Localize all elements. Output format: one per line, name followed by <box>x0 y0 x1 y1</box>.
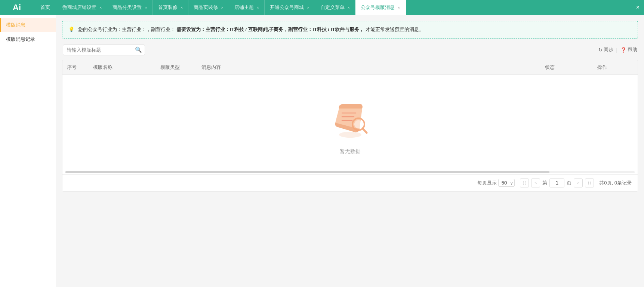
help-icon: ❓ <box>620 47 626 53</box>
total-info: 共0页, 0条记录 <box>599 180 632 186</box>
search-bar: 🔍 ↻ 同步 | ❓ 帮助 <box>62 45 638 55</box>
page-size-value: 50 <box>502 180 507 186</box>
nav-tab-7[interactable]: 自定义菜单× <box>315 0 355 15</box>
global-close-button[interactable]: × <box>636 4 640 11</box>
empty-text: 暂无数据 <box>340 148 361 155</box>
nav-tab-close-6[interactable]: × <box>307 5 309 10</box>
last-page-button[interactable]: ⟩⟩ <box>585 178 594 187</box>
page-size-dropdown[interactable]: 50 ∨ <box>498 179 515 187</box>
notice-text1: 您的公众号行业为：主营行业：，副营行业： <box>78 27 175 32</box>
nav-tab-label-1: 微商城店铺设置 <box>62 4 96 11</box>
table-header: 序号模版名称模版类型消息内容状态操作 <box>62 60 638 75</box>
nav-tab-close-3[interactable]: × <box>181 5 183 10</box>
prev-page-button[interactable]: ＜ <box>531 178 540 187</box>
nav-tab-label-7: 自定义菜单 <box>320 4 345 11</box>
nav-tab-close-2[interactable]: × <box>145 5 147 10</box>
logo: Ai <box>0 0 34 15</box>
notice-text2: 才能正常发送预置的消息。 <box>366 27 424 32</box>
nav-tab-label-8: 公众号模版消息 <box>361 4 395 11</box>
sync-label: 同步 <box>604 46 613 53</box>
nav-tab-close-5[interactable]: × <box>257 5 259 10</box>
search-actions: ↻ 同步 | ❓ 帮助 <box>598 46 637 53</box>
nav-tab-0[interactable]: 首页 <box>34 0 57 15</box>
nav-tabs: 首页微商城店铺设置×商品分类设置×首页装修×商品页装修×店铺主题×开通公众号商城… <box>34 0 644 15</box>
nav-tab-label-3: 首页装修 <box>158 4 178 11</box>
divider: | <box>616 47 617 53</box>
page-size-label: 每页显示 <box>477 180 497 186</box>
sync-button[interactable]: ↻ 同步 <box>598 46 613 53</box>
top-nav: Ai 首页微商城店铺设置×商品分类设置×首页装修×商品页装修×店铺主题×开通公众… <box>0 0 644 15</box>
nav-tab-close-7[interactable]: × <box>348 5 350 10</box>
nav-tab-5[interactable]: 店铺主题× <box>229 0 265 15</box>
nav-tab-8[interactable]: 公众号模版消息× <box>355 0 406 15</box>
nav-tab-4[interactable]: 商品页装修× <box>188 0 229 15</box>
nav-tab-3[interactable]: 首页装修× <box>153 0 188 15</box>
notice-box: 💡 您的公众号行业为：主营行业：，副营行业： 需要设置为：主营行业：IT科技 /… <box>62 21 638 39</box>
sidebar: 模版消息模版消息记录 <box>0 15 56 287</box>
first-page-button[interactable]: ⟨⟨ <box>520 178 529 187</box>
scrollbar-area[interactable] <box>62 170 638 174</box>
search-button[interactable]: 🔍 <box>135 46 142 53</box>
notice-highlight: 需要设置为：主营行业：IT科技 / 互联网|电子商务，副营行业：IT科技 / I… <box>176 27 364 32</box>
nav-tab-label-0: 首页 <box>40 4 50 11</box>
page-number-input[interactable] <box>549 178 564 187</box>
sync-icon: ↻ <box>598 47 603 53</box>
table-header-col-0: 序号 <box>62 60 89 74</box>
nav-tab-6[interactable]: 开通公众号商城× <box>265 0 315 15</box>
notice-icon: 💡 <box>68 27 74 32</box>
next-page-button[interactable]: ＞ <box>574 178 583 187</box>
help-button[interactable]: ❓ 帮助 <box>620 46 637 53</box>
main-layout: 模版消息模版消息记录 💡 您的公众号行业为：主营行业：，副营行业： 需要设置为：… <box>0 15 644 287</box>
nav-tab-close-8[interactable]: × <box>398 5 400 10</box>
page-label-first: 第 <box>542 180 547 186</box>
data-table: 序号模版名称模版类型消息内容状态操作 <box>62 60 638 192</box>
search-input-wrap: 🔍 <box>63 45 145 55</box>
svg-line-6 <box>363 128 367 133</box>
page-label-second: 页 <box>567 180 571 186</box>
empty-state: 暂无数据 <box>62 75 638 170</box>
svg-point-5 <box>354 120 363 128</box>
scrollbar-track[interactable] <box>65 171 635 173</box>
scrollbar-thumb[interactable] <box>65 171 549 173</box>
page-size-select: 每页显示 50 ∨ <box>477 179 515 187</box>
table-header-col-5: 操作 <box>593 60 638 74</box>
table-header-col-2: 模版类型 <box>156 60 197 74</box>
nav-tab-close-1[interactable]: × <box>99 5 102 10</box>
nav-tab-label-4: 商品页装修 <box>194 4 218 11</box>
content-area: 💡 您的公众号行业为：主营行业：，副营行业： 需要设置为：主营行业：IT科技 /… <box>56 15 644 287</box>
page-size-chevron: ∨ <box>510 181 513 185</box>
empty-illustration <box>328 97 373 142</box>
nav-tab-label-5: 店铺主题 <box>234 4 254 11</box>
nav-tab-2[interactable]: 商品分类设置× <box>107 0 152 15</box>
search-input[interactable] <box>63 45 145 55</box>
nav-tab-1[interactable]: 微商城店铺设置× <box>57 0 107 15</box>
nav-tab-label-6: 开通公众号商城 <box>270 4 304 11</box>
sidebar-item-0[interactable]: 模版消息 <box>0 18 56 32</box>
table-header-col-4: 状态 <box>540 60 593 74</box>
table-header-col-1: 模版名称 <box>89 60 156 74</box>
table-header-col-3: 消息内容 <box>197 60 540 74</box>
nav-tab-label-2: 商品分类设置 <box>113 4 142 11</box>
svg-point-0 <box>339 132 361 138</box>
sidebar-item-1[interactable]: 模版消息记录 <box>0 32 56 46</box>
nav-tab-close-4[interactable]: × <box>221 5 223 10</box>
help-label: 帮助 <box>628 46 637 53</box>
pagination: 每页显示 50 ∨ ⟨⟨ ＜ 第 页 ＞ ⟩⟩ 共0页, 0条记录 <box>62 174 638 191</box>
